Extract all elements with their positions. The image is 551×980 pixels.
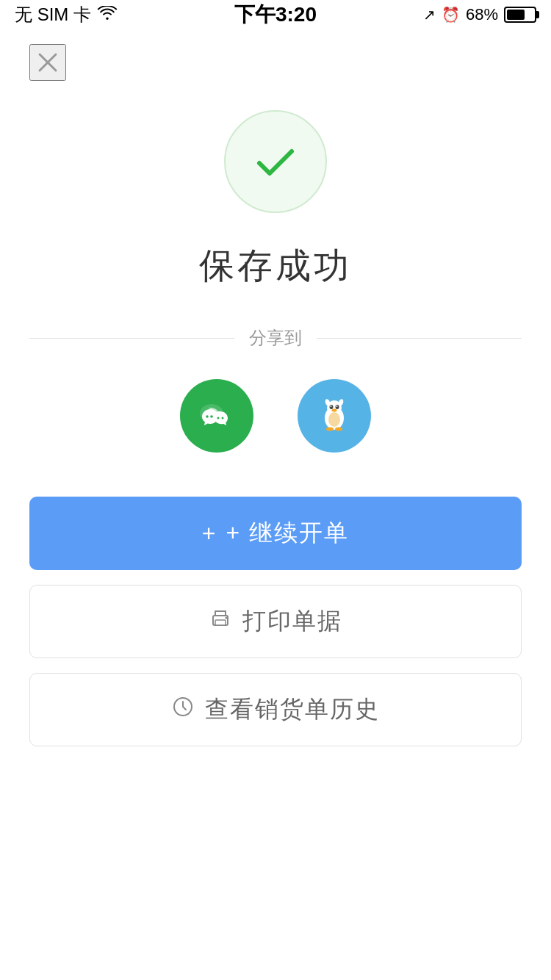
checkmark-icon [249, 135, 302, 188]
svg-point-6 [222, 417, 224, 419]
status-time: 下午3:20 [234, 1, 317, 29]
buttons-section: + + 继续开单 打印单据 查看销货单历 [29, 497, 522, 746]
close-button[interactable] [29, 44, 66, 81]
carrier-text: 无 SIM 卡 [15, 3, 91, 26]
battery-percent: 68% [466, 5, 498, 24]
continue-button[interactable]: + + 继续开单 [29, 497, 522, 570]
divider-line-right [317, 338, 522, 339]
svg-point-5 [217, 417, 220, 419]
svg-point-3 [206, 415, 209, 418]
svg-point-14 [328, 412, 340, 427]
main-content: 保存成功 分享到 [0, 29, 551, 776]
share-divider: 分享到 [29, 326, 522, 350]
share-label: 分享到 [249, 326, 302, 350]
share-qq[interactable] [298, 379, 371, 453]
share-wechat[interactable] [180, 379, 253, 453]
share-row [180, 379, 371, 453]
history-icon [171, 695, 195, 724]
svg-point-4 [210, 415, 213, 418]
battery-icon [504, 7, 536, 23]
svg-point-21 [226, 617, 228, 619]
plus-icon: + [202, 520, 216, 547]
print-label: 打印单据 [242, 605, 342, 638]
continue-label: + 继续开单 [226, 517, 350, 550]
history-button[interactable]: 查看销货单历史 [29, 673, 522, 746]
svg-point-15 [326, 428, 334, 431]
status-right: ↗ ⏰ 68% [423, 5, 536, 24]
alarm-icon: ⏰ [442, 6, 460, 24]
svg-point-10 [336, 405, 339, 409]
history-label: 查看销货单历史 [205, 693, 380, 726]
status-left: 无 SIM 卡 [15, 3, 118, 26]
svg-rect-20 [215, 620, 226, 625]
svg-point-13 [332, 409, 337, 412]
wifi-icon [97, 4, 118, 25]
print-button[interactable]: 打印单据 [29, 585, 522, 658]
svg-point-9 [330, 405, 334, 409]
location-icon: ↗ [423, 6, 436, 24]
divider-line-left [29, 338, 234, 339]
svg-point-11 [331, 406, 332, 407]
svg-point-12 [336, 406, 338, 407]
svg-point-16 [335, 428, 342, 431]
success-title: 保存成功 [199, 242, 352, 289]
print-icon [209, 607, 232, 636]
wechat-icon-circle [180, 379, 253, 453]
qq-icon-circle [298, 379, 371, 453]
success-icon-container [224, 110, 327, 213]
status-bar: 无 SIM 卡 下午3:20 ↗ ⏰ 68% [0, 0, 551, 29]
